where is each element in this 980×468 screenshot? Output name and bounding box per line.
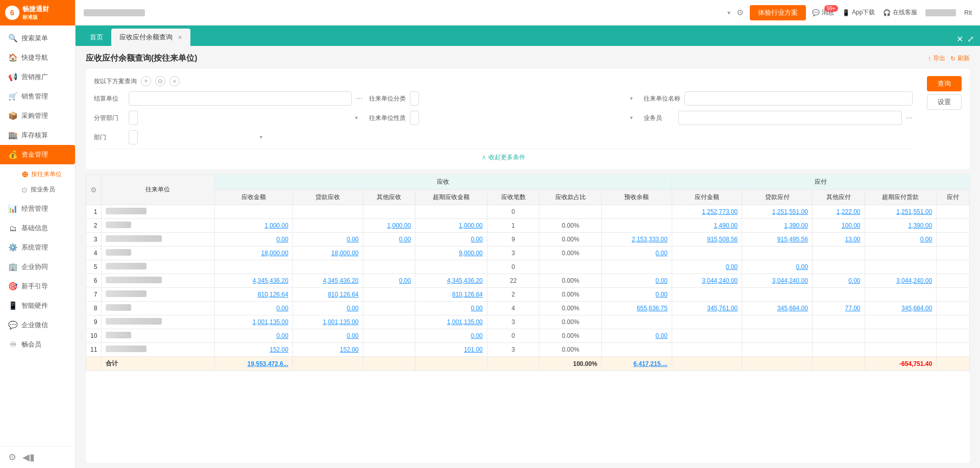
sidebar-item-enterprise[interactable]: 🏢 企业协同: [0, 257, 75, 277]
cell-ap_amount[interactable]: 1,252,773.00: [672, 205, 742, 219]
partner-name-input[interactable]: [684, 91, 913, 106]
dept2-select[interactable]: [129, 130, 138, 144]
table-settings-header[interactable]: ⚙: [86, 175, 102, 205]
message-button[interactable]: 💬 消息 99+: [812, 8, 834, 17]
cell-ar_loan[interactable]: 810,126.64: [292, 288, 363, 302]
salesman-input[interactable]: [678, 111, 901, 125]
sidebar-item-capital[interactable]: 💰 资金管理: [0, 145, 75, 164]
cell-ar_loan[interactable]: 0.00: [292, 302, 363, 315]
sidebar-item-system[interactable]: ⚙️ 系统管理: [0, 238, 75, 257]
cell-ap_loan[interactable]: 345,684.00: [742, 302, 813, 315]
cell-ap_other[interactable]: 77.00: [812, 302, 865, 315]
cell-ar_other[interactable]: 1,000.00: [363, 219, 415, 233]
cell-ap_amount[interactable]: 345,761.00: [672, 302, 742, 315]
sidebar-item-operation[interactable]: 📊 经营管理: [0, 199, 75, 218]
sidebar-item-purchase[interactable]: 📦 采购管理: [0, 106, 75, 126]
salesman-more-icon[interactable]: ···: [906, 113, 913, 122]
cell-ar_overdue[interactable]: 0.00: [415, 233, 487, 247]
sidebar-item-inventory[interactable]: 🏬 库存核算: [0, 126, 75, 145]
settings-footer-icon[interactable]: ⚙: [8, 452, 16, 463]
cell-ap_other[interactable]: 0.00: [812, 274, 865, 288]
cell-ap_amount[interactable]: 915,508.56: [672, 233, 742, 247]
cell-ap_overdue[interactable]: 1,251,551.00: [865, 205, 937, 219]
refresh-button[interactable]: ↻ 刷新: [950, 54, 970, 63]
cell-ar_loan[interactable]: 0.00: [292, 329, 363, 343]
filter-collapse-btn[interactable]: «: [169, 76, 180, 86]
filter-settings-button[interactable]: ⊙: [155, 76, 165, 86]
cell-ar_loan[interactable]: 18,000.00: [292, 247, 363, 260]
tab-ar-balance[interactable]: 应收应付余额查询 ✕: [111, 29, 190, 46]
cell-ap_loan[interactable]: 0.00: [742, 260, 813, 274]
solution-button[interactable]: 体验行业方案: [750, 5, 806, 20]
category-select[interactable]: [410, 91, 419, 106]
sidebar-item-sales[interactable]: 🛒 销售管理: [0, 87, 75, 106]
cell-ar_amount[interactable]: 1,001,135.00: [214, 315, 292, 329]
sidebar-item-newbie[interactable]: 🎯 新手引导: [0, 277, 75, 296]
table-settings-icon[interactable]: ⚙: [90, 186, 97, 194]
cell-ar_prepay[interactable]: 0.00: [602, 247, 672, 260]
submenu-item-by-partner[interactable]: ⊕ 按往来单位: [16, 166, 75, 182]
breadcrumb-arrow[interactable]: ▾: [727, 9, 730, 16]
cell-ar_overdue[interactable]: 0.00: [415, 329, 487, 343]
cell-ar_amount[interactable]: 0.00: [214, 329, 292, 343]
submenu-item-by-salesman[interactable]: ⊙ 按业务员: [16, 182, 75, 197]
cell-ar_overdue[interactable]: 9,000.00: [415, 247, 487, 260]
filter-add-button[interactable]: +: [141, 76, 151, 86]
cell-ar_amount[interactable]: 1,000.00: [214, 219, 292, 233]
cell-ap_amount[interactable]: 3,044,240.00: [672, 274, 742, 288]
cell-ap_other[interactable]: 13.00: [812, 233, 865, 247]
cell-ap_overdue[interactable]: 3,044,240.00: [865, 274, 937, 288]
cell-ar_loan[interactable]: 152.00: [292, 343, 363, 357]
cell-ar_overdue[interactable]: 4,345,436.20: [415, 274, 487, 288]
dept-select[interactable]: [129, 111, 138, 125]
sidebar-item-wechat[interactable]: 💬 企业微信: [0, 315, 75, 335]
online-service-button[interactable]: 🎧 在线客服: [883, 8, 917, 17]
cell-ap_loan[interactable]: 915,495.56: [742, 233, 813, 247]
cell-ar_prepay[interactable]: 655,636.75: [602, 302, 672, 315]
cell-ar_amount[interactable]: 4,345,436.20: [214, 274, 292, 288]
topbar-settings-icon[interactable]: ⚙: [737, 8, 744, 17]
footer-ar-prepay[interactable]: 6,417,215....: [602, 357, 672, 371]
sidebar-item-marketing[interactable]: 📢 营销推广: [0, 67, 75, 87]
cell-ap_overdue[interactable]: 345,684.00: [865, 302, 937, 315]
settlement-input[interactable]: [129, 91, 352, 106]
cell-ar_prepay[interactable]: 0.00: [602, 329, 672, 343]
collapse-sidebar-icon[interactable]: ◀▮: [22, 452, 35, 463]
cell-ar_prepay[interactable]: 2,153,333.00: [602, 233, 672, 247]
cell-ar_other[interactable]: 0.00: [363, 274, 415, 288]
export-button[interactable]: ↑ 导出: [928, 54, 945, 63]
app-download-button[interactable]: 📱 App下载: [842, 8, 875, 17]
cell-ar_other[interactable]: 0.00: [363, 233, 415, 247]
collapse-conditions-button[interactable]: ∧ 收起更多条件: [94, 149, 913, 162]
cell-ar_loan[interactable]: 0.00: [292, 233, 363, 247]
settlement-more-icon[interactable]: ···: [356, 94, 362, 103]
cell-ap_other[interactable]: 1,222.00: [812, 205, 865, 219]
cell-ar_loan[interactable]: 1,001,135.00: [292, 315, 363, 329]
cell-ap_loan[interactable]: 1,251,551.00: [742, 205, 813, 219]
footer-ar-total[interactable]: 19,553,472,6...: [214, 357, 292, 371]
tab-close-icon[interactable]: ✕: [178, 34, 182, 40]
cell-ar_amount[interactable]: 0.00: [214, 233, 292, 247]
cell-ap_amount[interactable]: 1,490.00: [672, 219, 742, 233]
cell-ap_overdue[interactable]: 1,390.00: [865, 219, 937, 233]
cell-ap_loan[interactable]: 1,390.00: [742, 219, 813, 233]
cell-ar_overdue[interactable]: 0.00: [415, 302, 487, 315]
cell-ap_overdue[interactable]: 0.00: [865, 233, 937, 247]
cell-ar_overdue[interactable]: 810,126.64: [415, 288, 487, 302]
sidebar-item-search[interactable]: 🔍 搜索菜单: [0, 29, 75, 48]
cell-ap_amount[interactable]: 0.00: [672, 260, 742, 274]
user-avatar[interactable]: [925, 9, 956, 16]
cell-ar_overdue[interactable]: 101.00: [415, 343, 487, 357]
tab-home[interactable]: 首页: [82, 29, 111, 46]
cell-ar_amount[interactable]: 0.00: [214, 302, 292, 315]
cell-ar_overdue[interactable]: 1,000.00: [415, 219, 487, 233]
sidebar-item-quick[interactable]: 🏠 快捷导航: [0, 48, 75, 67]
maximize-icon[interactable]: ⤢: [967, 34, 974, 44]
cell-ar_prepay[interactable]: 0.00: [602, 288, 672, 302]
cell-ar_amount[interactable]: 18,000.00: [214, 247, 292, 260]
setting-button[interactable]: 设置: [927, 94, 962, 110]
cell-ap_loan[interactable]: 3,044,240.00: [742, 274, 813, 288]
cell-ap_other[interactable]: 100.00: [812, 219, 865, 233]
query-button[interactable]: 查询: [927, 76, 962, 91]
cell-ar_prepay[interactable]: 0.00: [602, 274, 672, 288]
